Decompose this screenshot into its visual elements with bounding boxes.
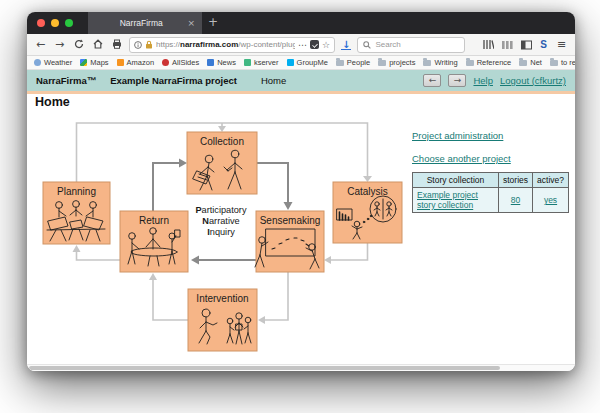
downloads-icon[interactable]: ↓ [341, 40, 351, 50]
intervention-label: Intervention [196, 293, 248, 304]
bookmark-news[interactable]: News [207, 58, 236, 67]
tab-close-icon[interactable]: × [187, 18, 195, 28]
app-brand: NarraFirma™ [36, 75, 96, 86]
allsides-site-icon [162, 59, 169, 66]
tab-title: NarraFirma [95, 18, 187, 28]
table-header-row: Story collection stories active? [413, 173, 569, 188]
horizontal-scrollbar[interactable] [27, 364, 575, 371]
active-link[interactable]: yes [544, 195, 557, 205]
folder-icon [466, 60, 474, 66]
folder-icon [336, 60, 344, 66]
bookmark-groupme[interactable]: GroupMe [287, 58, 328, 67]
bookmark-label: GroupMe [297, 58, 328, 67]
bookmark-folder-toread[interactable]: to read [550, 58, 575, 67]
bookmark-folder-people[interactable]: People [336, 58, 370, 67]
forward-icon[interactable]: → [53, 39, 66, 50]
traffic-lights [37, 19, 73, 27]
groupme-site-icon [287, 59, 294, 66]
header-nav-home[interactable]: Home [261, 75, 286, 86]
new-tab-button[interactable]: + [208, 15, 218, 30]
col-active: active? [533, 173, 569, 188]
story-collection-table: Story collection stories active? Example… [412, 172, 569, 213]
pni-cycle-diagram[interactable]: Planning Collection Catalysis Return Sen… [40, 118, 405, 356]
center-caption: Participatory Narrative Inquiry [195, 205, 246, 237]
help-link[interactable]: Help [473, 75, 493, 86]
search-icon [363, 41, 371, 49]
bookmark-folder-reference[interactable]: Reference [466, 58, 512, 67]
table-row: Example project story collection 80 yes [413, 188, 569, 213]
planning-label: Planning [57, 186, 96, 197]
sensemaking-label: Sensemaking [260, 215, 321, 226]
toolbar-right-icons: S ≡ [482, 39, 568, 50]
pocket-icon[interactable] [310, 40, 319, 49]
search-bar[interactable]: Search [357, 37, 465, 53]
kserver-site-icon [244, 59, 251, 66]
bookmark-kserver[interactable]: kserver [244, 58, 279, 67]
bookmark-label: Weather [44, 58, 72, 67]
bookmark-label: Reference [477, 58, 512, 67]
bookmark-label: projects [389, 58, 415, 67]
bookmark-label: kserver [254, 58, 279, 67]
url-text[interactable]: https://narrafirma.com/wp-content/plug [156, 40, 295, 49]
logout-link[interactable]: Logout (cfkurtz) [500, 75, 566, 86]
navigation-toolbar: ← → https://narrafirma.com/wp-content/pl… [27, 34, 575, 56]
print-icon[interactable] [110, 39, 123, 51]
s-extension-icon[interactable]: S [540, 39, 547, 50]
url-bar[interactable]: https://narrafirma.com/wp-content/plug ⋯… [129, 37, 335, 53]
active-cell: yes [533, 188, 569, 213]
bookmark-folder-projects[interactable]: projects [378, 58, 415, 67]
news-site-icon [207, 59, 214, 66]
stories-cell: 80 [499, 188, 533, 213]
catalysis-label: Catalysis [347, 186, 388, 197]
url-path: /wp-content/plug [238, 40, 295, 49]
zoom-window-button[interactable] [65, 19, 73, 27]
search-placeholder: Search [375, 40, 400, 49]
bookmark-allsides[interactable]: AllSides [162, 58, 199, 67]
amazon-site-icon [117, 59, 124, 66]
folder-icon [550, 60, 558, 66]
choose-another-project-link[interactable]: Choose another project [412, 153, 511, 164]
history-back-button[interactable]: ← [423, 74, 441, 87]
svg-text:Participatory: Participatory [195, 205, 246, 215]
bookmark-maps[interactable]: Maps [80, 58, 108, 67]
weather-site-icon [34, 59, 41, 66]
refresh-icon[interactable] [72, 39, 85, 51]
site-info-icon[interactable] [134, 41, 142, 49]
sidebar-icon[interactable] [521, 40, 532, 50]
back-icon[interactable]: ← [34, 39, 47, 50]
bookmark-label: Writing [434, 58, 457, 67]
svg-text:Inquiry: Inquiry [207, 227, 235, 237]
scrollbar-thumb[interactable] [29, 366, 500, 370]
browser-tab[interactable]: NarraFirma × [88, 12, 202, 34]
page-content: Home [27, 94, 575, 364]
project-administration-link[interactable]: Project administration [412, 130, 503, 141]
panels-icon[interactable] [502, 40, 513, 50]
story-collection-cell: Example project story collection [413, 188, 499, 213]
lock-icon [145, 40, 153, 49]
bookmark-amazon[interactable]: Amazon [117, 58, 155, 67]
bookmark-folder-net[interactable]: Net [519, 58, 542, 67]
story-collection-link[interactable]: Example project story collection [417, 190, 478, 210]
folder-icon [423, 60, 431, 66]
bookmark-weather[interactable]: Weather [34, 58, 72, 67]
bookmark-label: Maps [90, 58, 108, 67]
menu-icon[interactable]: ≡ [555, 39, 568, 50]
close-window-button[interactable] [37, 19, 45, 27]
col-stories: stories [499, 173, 533, 188]
bookmark-star-icon[interactable]: ☆ [322, 40, 330, 50]
bookmark-label: Net [530, 58, 542, 67]
stories-count-link[interactable]: 80 [511, 195, 520, 205]
tab-bar: NarraFirma × + [27, 12, 575, 34]
library-icon[interactable] [482, 39, 494, 50]
bookmarks-bar: Weather Maps Amazon AllSides News kserve… [27, 56, 575, 70]
page-actions-icon[interactable]: ⋯ [298, 40, 307, 50]
bookmark-folder-writing[interactable]: Writing [423, 58, 457, 67]
minimize-window-button[interactable] [51, 19, 59, 27]
url-scheme: https:// [156, 40, 180, 49]
history-forward-button[interactable]: → [448, 74, 466, 87]
app-header: NarraFirma™ Example NarraFirma project H… [27, 70, 575, 91]
url-domain: narrafirma.com [180, 40, 238, 49]
bookmark-label: Amazon [127, 58, 155, 67]
home-icon[interactable] [91, 39, 104, 51]
folder-icon [519, 60, 527, 66]
